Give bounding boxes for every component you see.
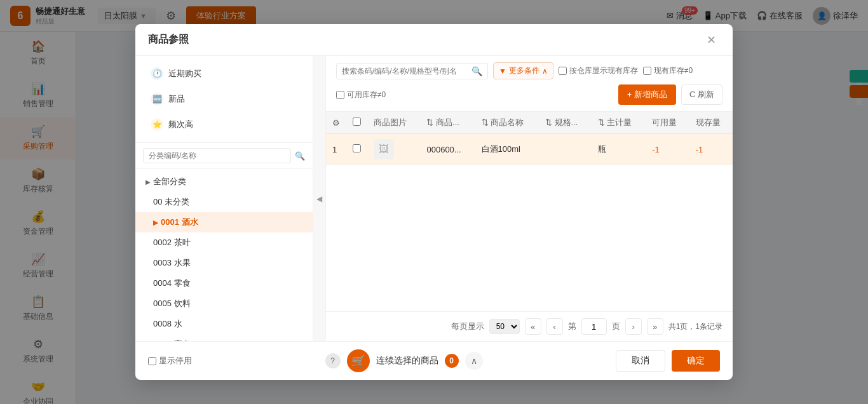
footer-right: 取消 确定 (616, 350, 720, 372)
footer-collapse-btn[interactable]: ∧ (465, 352, 483, 370)
row-unit: 瓶 (592, 134, 646, 165)
add-product-btn[interactable]: + 新增商品 (618, 84, 676, 105)
row-stock: -1 (689, 134, 733, 165)
by-warehouse-checkbox[interactable] (559, 67, 567, 75)
refresh-btn[interactable]: C 刷新 (681, 84, 722, 105)
row-num: 1 (326, 134, 346, 165)
category-item-beverage[interactable]: 0005 饮料 (135, 293, 313, 314)
prev-page-btn[interactable]: ‹ (546, 318, 563, 335)
more-filter-btn[interactable]: ▼ 更多条件 ∧ (493, 62, 553, 79)
show-disabled-checkbox[interactable] (148, 357, 156, 365)
dialog-header: 商品参照 ✕ (135, 24, 733, 56)
category-label-water: 0008 水 (153, 318, 182, 330)
col-product-name[interactable]: ⇅ 商品名称 (475, 112, 539, 134)
col-stock: 现存量 (689, 112, 733, 134)
new-icon: 🆕 (151, 93, 163, 105)
dialog-main: 🔍 ▼ 更多条件 ∧ 按仓库显示现有库存 现有库存≠0 (326, 56, 733, 341)
category-item-liquor[interactable]: ▶ 0001 酒水 (135, 212, 313, 232)
freq-label: 频次高 (168, 119, 193, 130)
table-header-row: ⚙ 商品图片 ⇅ 商品... ⇅ 商品名称 ⇅ 规格.. (326, 112, 733, 134)
available-stock-checkbox-label[interactable]: 现有库存≠0 (643, 65, 693, 76)
cart-icon[interactable]: 🛒 (347, 349, 370, 372)
expand-icon: ▶ (146, 178, 151, 185)
usable-stock-label: 可用库存≠0 (347, 90, 386, 100)
row-spec (539, 134, 592, 165)
selected-count-badge: 0 (445, 354, 459, 368)
first-page-btn[interactable]: « (525, 318, 541, 335)
category-label-fruit: 0003 水果 (153, 257, 191, 269)
by-warehouse-checkbox-label[interactable]: 按仓库显示现有库存 (559, 65, 638, 76)
sort-icon-unit: ⇅ (598, 118, 605, 127)
footer-center: ? 🛒 连续选择的商品 0 ∧ (192, 349, 616, 372)
usable-stock-checkbox[interactable] (336, 91, 344, 99)
col-unit[interactable]: ⇅ 主计量 (592, 112, 646, 134)
category-search-icon[interactable]: 🔍 (295, 151, 305, 161)
filter-icon: ▼ (499, 67, 506, 76)
col-spec[interactable]: ⇅ 规格... (539, 112, 592, 134)
row-checkbox[interactable] (353, 144, 361, 152)
product-thumbnail: 🖼 (374, 139, 394, 159)
page-input[interactable] (581, 318, 607, 335)
category-label-tea: 0002 茶叶 (153, 237, 191, 248)
category-search: 🔍 (135, 143, 313, 169)
filter-arrow: ∧ (542, 67, 548, 76)
product-table: ⚙ 商品图片 ⇅ 商品... ⇅ 商品名称 ⇅ 规格.. (326, 112, 733, 165)
select-all-checkbox[interactable] (353, 118, 361, 126)
new-label: 新品 (168, 93, 185, 105)
category-item-snack[interactable]: 0004 零食 (135, 273, 313, 293)
last-page-btn[interactable]: » (647, 318, 663, 335)
sort-icon: ⇅ (426, 118, 433, 127)
new-product-item[interactable]: 🆕 新品 (143, 89, 305, 109)
dialog-sidebar: 🕐 近期购买 🆕 新品 ⭐ 频次高 (135, 56, 313, 341)
recent-purchase-item[interactable]: 🕐 近期购买 (143, 64, 305, 84)
category-label-snack: 0004 零食 (153, 278, 191, 289)
recent-icon: 🕐 (151, 67, 163, 80)
per-page-label: 每页显示 (451, 321, 484, 332)
active-arrow: ▶ (153, 219, 158, 226)
help-icon[interactable]: ? (325, 353, 341, 368)
frequent-item[interactable]: ⭐ 频次高 (143, 114, 305, 135)
product-search-input[interactable] (342, 67, 469, 76)
category-label-liquor: 0001 酒水 (161, 217, 198, 228)
category-item-tea[interactable]: 0002 茶叶 (135, 232, 313, 253)
sort-icon-name: ⇅ (482, 118, 489, 127)
table-row[interactable]: 1 🖼 000600... 白酒100ml 瓶 -1 -1 (326, 134, 733, 165)
sort-icon-spec: ⇅ (545, 118, 552, 127)
all-categories-label: 全部分类 (153, 176, 186, 187)
col-product-code[interactable]: ⇅ 商品... (420, 112, 475, 134)
next-page-btn[interactable]: › (625, 318, 642, 335)
row-img: 🖼 (367, 134, 420, 165)
col-settings[interactable]: ⚙ (326, 112, 346, 134)
total-info: 共1页，1条记录 (668, 321, 722, 332)
category-item-water[interactable]: 0008 水 (135, 314, 313, 334)
category-list: ▶ 全部分类 00 未分类 ▶ 0001 酒水 0002 茶叶 (135, 169, 313, 341)
dialog-close-btn[interactable]: ✕ (702, 31, 720, 49)
dialog-left-panel: 🕐 近期购买 🆕 新品 ⭐ 频次高 (135, 56, 326, 341)
page-word: 第 (568, 321, 576, 332)
product-search-icon[interactable]: 🔍 (471, 66, 482, 76)
row-check[interactable] (346, 134, 367, 165)
category-item-unclassified[interactable]: 00 未分类 (135, 192, 313, 212)
toolbar-right-btns: + 新增商品 C 刷新 (618, 84, 722, 105)
usable-stock-checkbox-label[interactable]: 可用库存≠0 (336, 90, 386, 100)
available-stock-checkbox[interactable] (643, 67, 651, 75)
collapse-icon: ◀ (316, 194, 322, 203)
freq-icon: ⭐ (151, 118, 163, 131)
per-page-select[interactable]: 50 (489, 319, 520, 334)
cart-label: 连续选择的商品 (376, 355, 438, 367)
dialog-overlay: 商品参照 ✕ 🕐 近期购买 🆕 新品 (0, 0, 868, 404)
category-all[interactable]: ▶ 全部分类 (135, 172, 313, 192)
dialog-body: 🕐 近期购买 🆕 新品 ⭐ 频次高 (135, 56, 733, 341)
product-reference-dialog: 商品参照 ✕ 🕐 近期购买 🆕 新品 (135, 24, 733, 380)
col-check (346, 112, 367, 134)
row-name: 白酒100ml (475, 134, 539, 165)
category-item-appliance[interactable]: 0010 家电 (135, 334, 313, 341)
sidebar-collapse-btn[interactable]: ◀ (313, 56, 326, 341)
show-disabled-label[interactable]: 显示停用 (148, 355, 192, 367)
page-word2: 页 (612, 321, 620, 332)
cancel-btn[interactable]: 取消 (616, 350, 665, 372)
category-search-input[interactable] (143, 148, 291, 163)
dialog-footer: 显示停用 ? 🛒 连续选择的商品 0 ∧ 取消 确定 (135, 341, 733, 380)
category-item-fruit[interactable]: 0003 水果 (135, 253, 313, 273)
confirm-btn[interactable]: 确定 (672, 350, 720, 372)
